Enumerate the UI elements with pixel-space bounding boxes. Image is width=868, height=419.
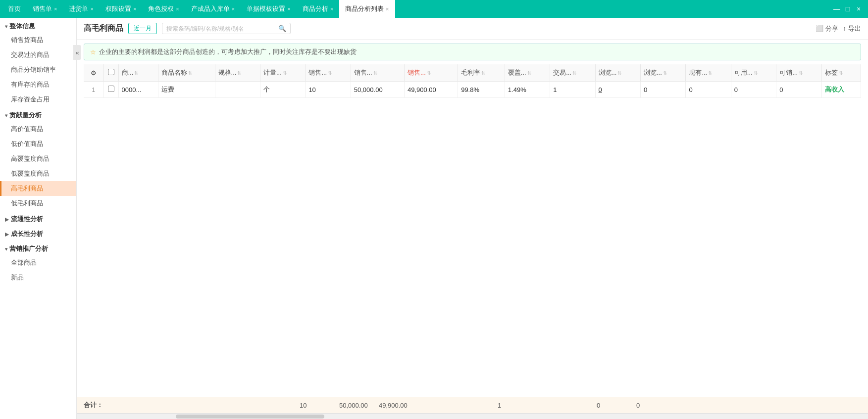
nav-product-inbound[interactable]: 产成品入库单 × — [185, 0, 241, 18]
sidebar-item-low-margin[interactable]: 低毛利商品 — [0, 196, 76, 211]
content-header: 高毛利商品 近一月 🔍 ⬜ 分享 ↑ 导出 — [77, 18, 868, 40]
nav-close-purchase-order[interactable]: × — [90, 6, 93, 12]
sidebar-item-high-coverage[interactable]: 高覆盖度商品 — [0, 151, 76, 166]
col-code[interactable]: 商...⇅ — [118, 64, 158, 82]
scrollbar-thumb[interactable] — [176, 415, 324, 419]
col-sales-amount[interactable]: 销售...⇅ — [351, 64, 404, 82]
arrow-icon-2: ▾ — [5, 113, 7, 118]
col-spec[interactable]: 规格...⇅ — [215, 64, 260, 82]
sidebar-item-sales-goods[interactable]: 销售货商品 — [0, 33, 76, 47]
col-gear[interactable]: ⚙ — [84, 64, 103, 82]
nav-template-settings[interactable]: 单据模板设置 × — [241, 0, 296, 18]
col-transactions[interactable]: 交易...⇅ — [550, 64, 595, 82]
row-sales-amount: 50,000.00 — [351, 82, 404, 98]
sidebar-item-low-coverage[interactable]: 低覆盖度商品 — [0, 166, 76, 181]
sort-icon-gross-margin: ⇅ — [481, 70, 485, 76]
col-browse1[interactable]: 浏览...⇅ — [595, 64, 640, 82]
nav-permissions[interactable]: 权限设置 × — [100, 0, 142, 18]
col-name[interactable]: 商品名称⇅ — [158, 64, 215, 82]
row-browse1[interactable]: 0 — [595, 82, 640, 98]
export-button[interactable]: ↑ 导出 — [843, 24, 862, 33]
col-available-stock[interactable]: 可用...⇅ — [731, 64, 776, 82]
col-tag[interactable]: 标签⇅ — [821, 64, 861, 82]
nav-close-product-analysis-list[interactable]: × — [386, 6, 389, 12]
share-button[interactable]: ⬜ 分享 — [816, 24, 838, 33]
sidebar-item-traded-goods[interactable]: 交易过的商品 — [0, 47, 76, 62]
nav-close-sales-order[interactable]: × — [54, 6, 57, 12]
horizontal-scrollbar[interactable] — [77, 413, 868, 419]
sidebar-item-stock-capital[interactable]: 库存资金占用 — [0, 92, 76, 107]
row-current-stock: 0 — [686, 82, 731, 98]
nav-close-product-inbound[interactable]: × — [232, 6, 235, 12]
nav-product-analysis[interactable]: 商品分析 × — [297, 0, 339, 18]
sidebar-item-all-goods[interactable]: 全部商品 — [0, 255, 76, 270]
sidebar-item-high-margin[interactable]: 高毛利商品 — [0, 181, 76, 196]
col-current-stock[interactable]: 现有...⇅ — [686, 64, 731, 82]
row-spec — [215, 82, 260, 98]
main-area: ▾ 整体信息 销售货商品 交易过的商品 商品分销助销率 有库存的商品 库存资金占… — [0, 18, 868, 419]
row-checkbox[interactable] — [103, 82, 118, 98]
nav-close-template-settings[interactable]: × — [287, 6, 290, 12]
row-browse2: 0 — [641, 82, 686, 98]
minimize-btn[interactable]: — — [833, 5, 840, 12]
sidebar-item-in-stock-goods[interactable]: 有库存的商品 — [0, 77, 76, 92]
footer-sales-amount: 50,000.00 — [336, 402, 376, 409]
filter-recent-month-button[interactable]: 近一月 — [128, 23, 157, 34]
sidebar-group-growth[interactable]: ▶ 成长性分析 — [0, 226, 76, 240]
nav-purchase-order[interactable]: 进货单 × — [63, 0, 99, 18]
nav-role-auth[interactable]: 角色授权 × — [142, 0, 185, 18]
close-btn[interactable]: × — [855, 5, 862, 12]
col-coverage[interactable]: 覆盖...⇅ — [505, 64, 550, 82]
sidebar-item-low-value[interactable]: 低价值商品 — [0, 137, 76, 151]
footer-sales-qty: 10 — [297, 402, 336, 409]
sidebar-group-contribution[interactable]: ▾ 贡献量分析 — [0, 107, 76, 122]
row-sales-profit: 49,900.00 — [404, 82, 458, 98]
sidebar-item-new-goods[interactable]: 新品 — [0, 270, 76, 285]
footer-available-stock: 0 — [633, 402, 673, 409]
sidebar-group-marketing[interactable]: ▾ 营销推广分析 — [0, 240, 76, 255]
search-box: 🔍 — [162, 23, 291, 34]
total-label: 合计： — [84, 401, 123, 410]
sidebar-group-liquidity[interactable]: ▶ 流通性分析 — [0, 211, 76, 226]
nav-close-role-auth[interactable]: × — [176, 6, 179, 12]
nav-close-product-analysis[interactable]: × — [330, 6, 333, 12]
row-index: 1 — [84, 82, 103, 98]
maximize-btn[interactable]: □ — [844, 5, 851, 12]
nav-home[interactable]: 首页 — [2, 0, 27, 18]
sort-icon-sales-qty: ⇅ — [328, 70, 332, 76]
select-all-checkbox[interactable] — [108, 69, 114, 75]
search-input[interactable] — [166, 25, 278, 32]
row-select-checkbox[interactable] — [108, 86, 114, 92]
row-tag: 高收入 — [821, 82, 861, 98]
footer-cells: 10 50,000.00 49,900.00 1 0 0 — [123, 402, 861, 409]
sort-icon-sales-profit: ⇅ — [427, 70, 431, 76]
row-available-stock: 0 — [731, 82, 776, 98]
sidebar-collapse-button[interactable]: « — [73, 45, 81, 60]
nav-close-permissions[interactable]: × — [133, 6, 136, 12]
sidebar-item-high-value[interactable]: 高价值商品 — [0, 122, 76, 137]
header-actions: ⬜ 分享 ↑ 导出 — [816, 24, 862, 33]
sort-icon-spec: ⇅ — [237, 70, 241, 76]
share-icon: ⬜ — [816, 25, 823, 32]
info-banner: ☆ 企业的主要的利润都是这部分商品创造的，可考虑加大推广，同时关注库存是不要出现… — [84, 44, 861, 60]
sort-icon-coverage: ⇅ — [527, 70, 531, 76]
export-icon: ↑ — [843, 25, 847, 32]
nav-sales-order[interactable]: 销售单 × — [27, 0, 63, 18]
search-icon[interactable]: 🔍 — [278, 25, 286, 32]
col-gross-margin[interactable]: 毛利率⇅ — [458, 64, 505, 82]
top-nav: 首页 销售单 × 进货单 × 权限设置 × 角色授权 × 产成品入库单 × 单据… — [0, 0, 868, 18]
sidebar-item-distribution-rate[interactable]: 商品分销助销率 — [0, 62, 76, 77]
col-sellable-stock[interactable]: 可销...⇅ — [776, 64, 821, 82]
sort-icon-current-stock: ⇅ — [708, 70, 712, 76]
col-unit[interactable]: 计量...⇅ — [260, 64, 306, 82]
window-controls: — □ × — [829, 5, 866, 12]
arrow-icon-5: ▾ — [5, 246, 7, 252]
sort-icon-available-stock: ⇅ — [754, 70, 758, 76]
col-sales-profit[interactable]: 销售...⇅ — [404, 64, 458, 82]
sidebar-group-overview[interactable]: ▾ 整体信息 — [0, 18, 76, 33]
col-browse2[interactable]: 浏览...⇅ — [641, 64, 686, 82]
nav-product-analysis-list[interactable]: 商品分析列表 × — [339, 0, 395, 18]
col-sales-qty[interactable]: 销售...⇅ — [306, 64, 351, 82]
page-title: 高毛利商品 — [84, 23, 123, 34]
footer-transactions: 1 — [495, 402, 534, 409]
